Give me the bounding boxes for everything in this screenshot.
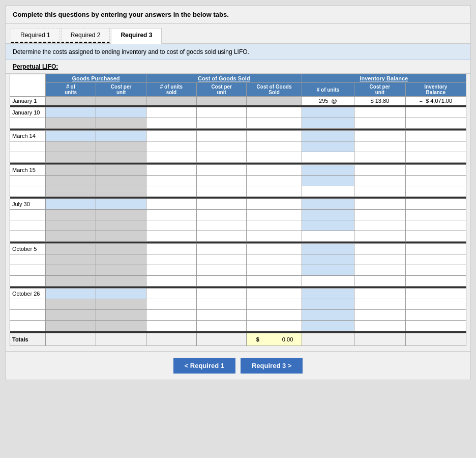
july30-row3 (10, 220, 466, 231)
oct5-row3 (10, 265, 466, 276)
table-wrapper: Date Goods Purchased Cost of Goods Sold … (6, 74, 470, 351)
march14-row2 (10, 141, 466, 152)
inv-balance-header: InventoryBalance (405, 83, 466, 97)
section-title: Perpetual LIFO: (6, 60, 470, 74)
jan10-inv-cost-1-input (354, 107, 405, 118)
march15-label: March 15 (10, 165, 46, 176)
january1-row: January 1 295 @ $ 13.80 = $ 4,071.00 (10, 97, 466, 105)
date-header: Date (10, 74, 46, 97)
inv-num-units-header: # of units (302, 83, 354, 97)
totals-inv-balance[interactable] (405, 333, 466, 346)
tab-required2[interactable]: Required 2 (61, 28, 110, 43)
goods-purchased-header: Goods Purchased (46, 74, 146, 83)
january1-cogs-cost (196, 97, 246, 105)
prev-button[interactable]: < Required 1 (173, 358, 235, 374)
january1-gp-units (46, 97, 96, 105)
oct5-label: October 5 (10, 244, 46, 254)
footer: < Required 1 Required 3 > (6, 351, 470, 380)
january1-label: January 1 (10, 97, 46, 105)
july30-label: July 30 (10, 199, 46, 210)
jan10-gp-cost-1-input (96, 107, 146, 118)
jan10-cogs-total-1[interactable] (247, 107, 302, 118)
jan10-gp-units-1-input (46, 107, 96, 118)
march15-row2 (10, 176, 466, 186)
july30-row4 (10, 231, 466, 242)
march15-row3 (10, 186, 466, 197)
march14-row1: March 14 (10, 131, 466, 141)
jan10-inv-units-1[interactable] (302, 107, 354, 118)
oct26-row4 (10, 321, 466, 331)
jan10-inv-balance-1[interactable] (405, 107, 466, 118)
oct26-label: October 26 (10, 289, 46, 299)
info-text: Determine the costs assigned to ending i… (6, 44, 470, 60)
january1-gp-cost (96, 97, 146, 105)
jan10-gp-cost-1[interactable] (96, 107, 146, 118)
oct5-row2 (10, 254, 466, 265)
january1-inv-balance: = $ 4,071.00 (405, 97, 466, 105)
january1-inv-cost: $ 13.80 (354, 97, 405, 105)
oct26-row3 (10, 310, 466, 321)
jan10-cogs-units-1[interactable] (146, 107, 196, 118)
july30-row2 (10, 210, 466, 220)
inv-cost-per-unit-header: Cost perunit (354, 83, 405, 97)
oct26-row1: October 26 (10, 289, 466, 299)
instruction-text: Complete this questions by entering your… (6, 6, 470, 24)
jan10-empty-label (10, 118, 46, 129)
tab-required3[interactable]: Required 3 (111, 28, 162, 44)
cost-of-goods-sold-col-header: Cost of GoodsSold (247, 83, 302, 97)
perpetual-lifo-table: Date Goods Purchased Cost of Goods Sold … (10, 74, 466, 346)
totals-label: Totals (10, 333, 46, 346)
tab-required1[interactable]: Required 1 (11, 28, 60, 43)
march14-label: March 14 (10, 131, 46, 141)
oct5-row4 (10, 276, 466, 287)
oct26-row2 (10, 299, 466, 310)
inventory-balance-header: Inventory Balance (302, 74, 466, 83)
cost-per-unit-purchase-header: Cost perunit (96, 83, 146, 97)
jan10-gp-units-1[interactable] (46, 107, 96, 118)
oct5-row1: October 5 (10, 244, 466, 254)
jan10-cogs-cost-1[interactable] (196, 107, 246, 118)
jan10-inv-units-1-input (302, 107, 354, 118)
jan10-inv-cost-1[interactable] (354, 107, 405, 118)
jan10-cogs-units-1-input (146, 107, 196, 118)
next-button[interactable]: Required 3 > (241, 358, 303, 374)
num-units-sold-header: # of unitssold (146, 83, 196, 97)
january10-row1: January 10 (10, 107, 466, 118)
january10-row2 (10, 118, 466, 129)
totals-cogs[interactable]: $ (247, 333, 302, 346)
totals-row: Totals $ (10, 333, 466, 346)
march14-row3 (10, 152, 466, 163)
january1-cogs-units (146, 97, 196, 105)
cost-per-unit-sold-header: Cost perunit (196, 83, 246, 97)
jan10-cogs-total-1-input (247, 107, 301, 118)
tabs-container: Required 1 Required 2 Required 3 (6, 24, 470, 44)
january10-label: January 10 (10, 107, 46, 118)
march15-row1: March 15 (10, 165, 466, 176)
january1-cogs-total (247, 97, 302, 105)
num-units-header: # ofunits (46, 83, 96, 97)
january1-inv-units: 295 @ (302, 97, 354, 105)
jan10-inv-balance-1-input (406, 107, 466, 118)
cost-of-goods-sold-header: Cost of Goods Sold (146, 74, 302, 83)
july30-row1: July 30 (10, 199, 466, 210)
jan10-cogs-cost-1-input (197, 107, 246, 118)
